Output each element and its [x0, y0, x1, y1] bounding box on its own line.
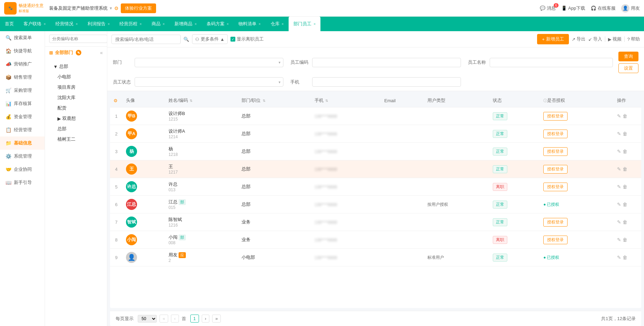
sidebar-item-marketing[interactable]: 📣 营销推广	[0, 58, 45, 71]
close-icon[interactable]: ×	[258, 22, 261, 26]
add-employee-button[interactable]: + 新增员工	[537, 34, 569, 44]
dept-node-xiaodian[interactable]: 小电部	[45, 72, 107, 82]
employee-code-input[interactable]	[312, 58, 461, 67]
close-icon[interactable]: ×	[163, 22, 165, 26]
close-icon[interactable]: ×	[108, 22, 110, 26]
app-download-button[interactable]: 📱 App下载	[561, 5, 585, 11]
dept-search-input[interactable]	[49, 35, 107, 43]
delete-button[interactable]: 🗑	[623, 184, 627, 190]
auth-button[interactable]: 授权登录	[543, 165, 568, 174]
tab-employee[interactable]: 部门员工 ×	[289, 17, 320, 31]
close-icon[interactable]: ×	[194, 22, 197, 26]
search-button[interactable]: 🔍	[183, 37, 189, 42]
sidebar-item-purchase[interactable]: 🛒 采购管理	[0, 84, 45, 97]
employee-name-input[interactable]	[490, 58, 613, 67]
tab-customer[interactable]: 客户联络 ×	[19, 17, 51, 31]
status-select[interactable]	[135, 77, 283, 87]
collapse-button[interactable]: «	[100, 50, 103, 55]
user-menu[interactable]: 👤 用友	[621, 4, 640, 12]
sidebar-item-collab[interactable]: 🤝 企业协同	[0, 163, 45, 176]
edit-button[interactable]: ✎	[617, 202, 621, 207]
delete-button[interactable]: 🗑	[623, 113, 627, 119]
edit-button[interactable]: ✎	[617, 219, 621, 225]
phone-input[interactable]	[312, 77, 461, 87]
edit-button[interactable]: ✎	[617, 184, 621, 190]
sidebar-item-guide[interactable]: 📖 新手引导	[0, 176, 45, 189]
sort-icon[interactable]: ⇅	[263, 99, 265, 103]
column-settings-button[interactable]: ⚙	[114, 98, 118, 103]
sidebar-item-finance[interactable]: 💰 资金管理	[0, 110, 45, 123]
close-icon[interactable]: ×	[314, 22, 316, 26]
close-icon[interactable]: ×	[139, 22, 142, 26]
edit-button[interactable]: ✎	[617, 131, 621, 136]
delete-button[interactable]: 🗑	[623, 131, 627, 136]
export-button[interactable]: ↗ 导出	[572, 36, 586, 42]
tab-warehouse[interactable]: 仓库 ×	[266, 17, 289, 31]
tab-operation[interactable]: 经营情况 ×	[51, 17, 82, 31]
more-conditions-button[interactable]: ⚇ 更多条件 ▲	[192, 34, 228, 44]
dropdown-arrow-icon[interactable]: ▾	[110, 6, 112, 11]
edit-button[interactable]: ✎	[617, 255, 621, 260]
delete-button[interactable]: 🗑	[623, 237, 627, 243]
tab-profit[interactable]: 利润报告 ×	[83, 17, 115, 31]
tab-add-goods[interactable]: 新增商品 ×	[170, 17, 201, 31]
delete-button[interactable]: 🗑	[623, 202, 627, 207]
page-size-select[interactable]: 50 20 100	[138, 315, 157, 323]
show-resign-checkbox-label[interactable]: ✓ 显示离职员工	[230, 36, 264, 42]
sidebar-item-inventory[interactable]: 📊 库存核算	[0, 97, 45, 110]
sidebar-item-system[interactable]: ⚙️ 系统管理	[0, 150, 45, 163]
setup-button[interactable]: 设置	[618, 63, 638, 73]
first-page-button[interactable]: «	[160, 315, 168, 323]
sidebar-item-sales[interactable]: 📦 销售管理	[0, 71, 45, 84]
tab-material[interactable]: 物料清单 ×	[234, 17, 265, 31]
help-button[interactable]: ? 帮助	[627, 36, 640, 42]
dept-node-zongbu[interactable]: ▼ 总部	[45, 61, 107, 72]
edit-button[interactable]: ✎	[617, 149, 621, 154]
close-icon[interactable]: ×	[75, 22, 78, 26]
delete-button[interactable]: 🗑	[623, 255, 627, 260]
dept-select[interactable]	[135, 58, 283, 67]
all-dept-label[interactable]: ⊞ 全部部门 ✎ «	[45, 47, 107, 59]
close-icon[interactable]: ×	[282, 22, 284, 26]
dept-node-shenyang[interactable]: 沈阳大库	[45, 92, 107, 103]
sidebar-item-search[interactable]: 🔍 搜索菜单	[0, 31, 45, 44]
tab-goods[interactable]: 商品 ×	[147, 17, 170, 31]
edit-button[interactable]: ✎	[617, 237, 621, 243]
dept-node-zhishu[interactable]: 植树王二	[45, 134, 107, 144]
video-button[interactable]: ▶ 视频	[608, 36, 622, 42]
sidebar-item-basic[interactable]: 📁 基础信息	[0, 136, 45, 150]
auth-button[interactable]: 授权登录	[543, 130, 568, 138]
sidebar-item-nav[interactable]: 🏠 快捷导航	[0, 44, 45, 58]
auth-button[interactable]: 授权登录	[543, 183, 568, 191]
delete-button[interactable]: 🗑	[623, 149, 627, 154]
sidebar-item-management[interactable]: 📋 经营管理	[0, 123, 45, 136]
settings-icon[interactable]: ⚙	[114, 6, 119, 11]
auth-button[interactable]: 授权登录	[543, 236, 568, 244]
prev-page-button[interactable]: ‹	[171, 315, 179, 323]
auth-button[interactable]: 授权登录	[543, 112, 568, 121]
search-input[interactable]	[111, 35, 181, 44]
delete-button[interactable]: 🗑	[623, 219, 627, 225]
edit-button[interactable]: ✎	[617, 113, 621, 119]
delete-button[interactable]: 🗑	[623, 166, 627, 172]
auth-button[interactable]: 授权登录	[543, 147, 568, 156]
trial-button[interactable]: 体验行业方案	[121, 3, 156, 13]
last-page-button[interactable]: »	[212, 315, 221, 323]
sort-icon[interactable]: ⇅	[325, 99, 328, 103]
import-button[interactable]: ↙ 导入	[588, 36, 602, 42]
auth-button[interactable]: 授权登录	[543, 218, 568, 227]
close-icon[interactable]: ×	[44, 22, 46, 26]
sort-icon[interactable]: ⇅	[190, 99, 192, 103]
tab-home[interactable]: 首页	[0, 17, 19, 31]
tab-history[interactable]: 经营历程 ×	[115, 17, 146, 31]
next-page-button[interactable]: ›	[202, 315, 209, 323]
edit-button[interactable]: ✎	[617, 166, 621, 172]
query-button[interactable]: 查询	[618, 52, 638, 61]
close-icon[interactable]: ×	[227, 22, 229, 26]
dept-node-peihuo[interactable]: 配货	[45, 103, 107, 113]
tab-barcode[interactable]: 条码方案 ×	[202, 17, 234, 31]
dept-node-zongbu2[interactable]: 总部	[45, 124, 107, 134]
dept-node-project[interactable]: 项目库房	[45, 82, 107, 92]
message-button[interactable]: 💬 6 消息	[540, 5, 556, 11]
dept-node-shuanglu[interactable]: ▶ 双鹿想	[45, 113, 107, 124]
